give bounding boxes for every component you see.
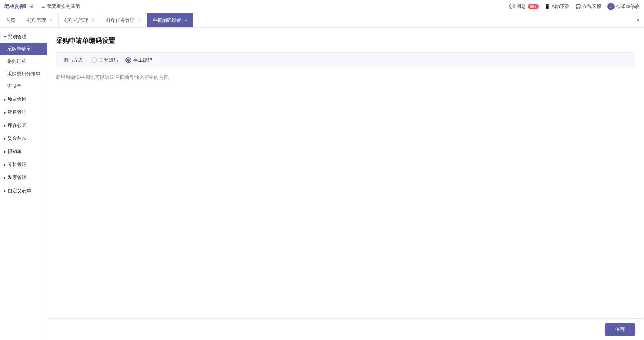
tab-barcode-setting-label: 单据编码设置 [153, 17, 181, 24]
sidebar-item-inbound[interactable]: 进货单 [0, 80, 47, 92]
sidebar-group-capital-title[interactable]: ▸ 资金往来 [0, 132, 47, 145]
sidebar: ▾ 采购管理 采购申请单 采购订单 采购费用分摊单 进货单 ▸ 项目合同 [0, 28, 47, 340]
tab-home-label: 首页 [6, 17, 15, 24]
sidebar-item-purchase-expense[interactable]: 采购费用分摊单 [0, 68, 47, 80]
radio-auto-encoding[interactable]: 自动编码 [91, 57, 118, 64]
tab-print-task[interactable]: 打印任务管理 × [100, 13, 147, 27]
tab-barcode-setting-close[interactable]: × [185, 18, 187, 23]
tab-bar: 首页 打印管理 × 打印机管理 × 打印任务管理 × 单据编码设置 × × [0, 13, 644, 28]
encoding-section: 编码方式 自动编码 手工编码 [56, 52, 635, 68]
sidebar-group-purchase-title[interactable]: ▾ 采购管理 [0, 31, 47, 43]
sidebar-group-retail: ▸ 零售管理 [0, 158, 47, 171]
demo-link[interactable]: ☁ 我要看实例演示 [41, 3, 80, 10]
sidebar-group-capital: ▸ 资金往来 [0, 132, 47, 145]
chevron-right-icon-8: ▸ [4, 189, 6, 193]
sidebar-group-project-contract: ▸ 项目合同 [0, 93, 47, 105]
sidebar-group-returns-title[interactable]: ▸ 报销单 [0, 145, 47, 158]
chevron-right-icon-3: ▸ [4, 124, 6, 128]
sidebar-group-invoice-title[interactable]: ▸ 发票管理 [0, 171, 47, 184]
chevron-right-icon-2: ▸ [4, 110, 6, 114]
tab-print-task-label: 打印任务管理 [106, 17, 135, 24]
online-service-button[interactable]: 🎧 在线客服 [575, 3, 601, 10]
tab-barcode-setting[interactable]: 单据编码设置 × [147, 13, 193, 27]
sidebar-group-custom-form-title[interactable]: ▸ 自定义表单 [0, 185, 47, 197]
top-bar: 老板勿割! ⚙ | ☁ 我要看实例演示 💬 消息 99+ 📱 App下载 🎧 在… [0, 0, 644, 13]
top-bar-left: 老板勿割! ⚙ | ☁ 我要看实例演示 [4, 3, 80, 10]
radio-manual-encoding[interactable]: 手工编码 [125, 57, 152, 64]
radio-auto-circle [91, 57, 97, 63]
page-title: 采购申请单编码设置 [56, 36, 635, 45]
chevron-right-icon: ▸ [4, 97, 6, 101]
app-download-button[interactable]: 📱 App下载 [544, 3, 569, 10]
headset-icon: 🎧 [575, 4, 581, 9]
message-button[interactable]: 💬 消息 99+ [509, 3, 539, 10]
top-bar-right: 💬 消息 99+ 📱 App下载 🎧 在线客服 人 徐泽华修改 [509, 3, 640, 10]
settings-icon[interactable]: ⚙ [29, 4, 34, 9]
footer-bar: 保存 [47, 318, 644, 340]
save-button[interactable]: 保存 [605, 323, 635, 336]
tab-print-task-close[interactable]: × [138, 18, 141, 23]
sidebar-group-purchase: ▾ 采购管理 采购申请单 采购订单 采购费用分摊单 进货单 [0, 31, 47, 92]
tab-print-management[interactable]: 打印管理 × [21, 13, 59, 27]
sidebar-group-custom-form: ▸ 自定义表单 [0, 185, 47, 197]
sidebar-group-sales: ▸ 销售管理 [0, 106, 47, 118]
content-inner: 采购申请单编码设置 编码方式 自动编码 手工编码 新增和编辑单据时,可以编辑'单… [47, 28, 644, 318]
sidebar-group-returns: ▸ 报销单 [0, 145, 47, 158]
sidebar-group-inventory-title[interactable]: ▸ 库存核算 [0, 119, 47, 131]
chevron-right-icon-6: ▸ [4, 163, 6, 167]
sidebar-group-sales-title[interactable]: ▸ 销售管理 [0, 106, 47, 118]
tab-printer-management[interactable]: 打印机管理 × [59, 13, 100, 27]
tab-home[interactable]: 首页 [0, 13, 21, 27]
radio-group: 自动编码 手工编码 [91, 57, 152, 64]
tab-printer-management-close[interactable]: × [92, 18, 94, 23]
tab-printer-management-label: 打印机管理 [64, 17, 88, 24]
encoding-label: 编码方式 [64, 57, 83, 64]
radio-auto-label: 自动编码 [99, 57, 118, 64]
chevron-right-icon-5: ▸ [4, 150, 6, 154]
logo: 老板勿割! [4, 3, 27, 10]
sidebar-item-purchase-order[interactable]: 采购订单 [0, 55, 47, 68]
sidebar-item-purchase-request[interactable]: 采购申请单 [0, 43, 47, 55]
sidebar-group-invoice: ▸ 发票管理 [0, 171, 47, 184]
sidebar-group-retail-title[interactable]: ▸ 零售管理 [0, 158, 47, 171]
cloud-icon: ☁ [41, 4, 45, 9]
hint-text: 新增和编辑单据时,可以编辑'单据编号'输入框中的内容。 [56, 74, 635, 81]
chevron-right-icon-7: ▸ [4, 176, 6, 180]
radio-manual-circle [125, 57, 131, 63]
chevron-down-icon: ▾ [4, 35, 6, 39]
message-badge: 99+ [528, 4, 539, 9]
user-menu[interactable]: 人 徐泽华修改 [607, 3, 640, 10]
radio-manual-label: 手工编码 [133, 57, 152, 64]
main-layout: ▾ 采购管理 采购申请单 采购订单 采购费用分摊单 进货单 ▸ 项目合同 [0, 28, 644, 340]
tab-bar-global-close[interactable]: × [632, 13, 644, 27]
sidebar-group-project-contract-title[interactable]: ▸ 项目合同 [0, 93, 47, 105]
tab-print-management-close[interactable]: × [50, 18, 52, 23]
message-icon: 💬 [509, 4, 515, 9]
content-area: 采购申请单编码设置 编码方式 自动编码 手工编码 新增和编辑单据时,可以编辑'单… [47, 28, 644, 340]
tab-print-management-label: 打印管理 [27, 17, 46, 24]
sidebar-group-inventory: ▸ 库存核算 [0, 119, 47, 131]
download-icon: 📱 [544, 4, 550, 9]
avatar-icon: 人 [607, 3, 615, 10]
chevron-right-icon-4: ▸ [4, 137, 6, 141]
